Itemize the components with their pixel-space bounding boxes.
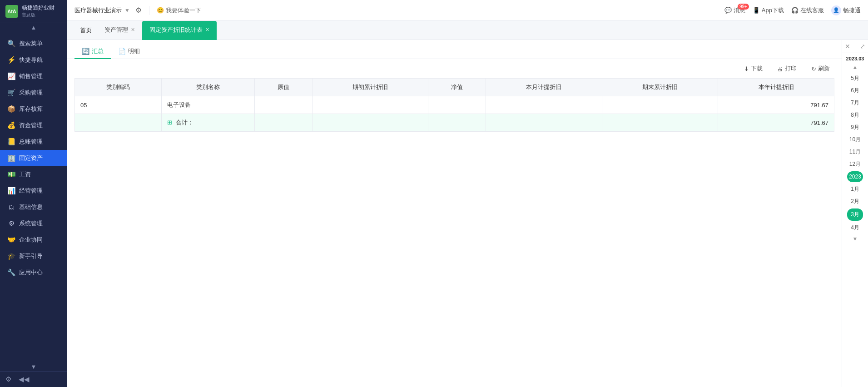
month-item[interactable]: 12月 <box>844 158 866 170</box>
tab-home[interactable]: 首页 <box>74 21 97 40</box>
messages-badge: 99+ <box>738 4 749 10</box>
sidebar-nav: 🔍搜索菜单⚡快捷导航📈销售管理🛒采购管理📦库存核算💰资金管理📒总账管理🏢固定资产… <box>0 32 67 362</box>
user-name: 畅捷通 <box>843 6 861 15</box>
cell-code: 05 <box>75 96 162 114</box>
subtabs: 🔄 汇总 📄 明细 <box>67 40 842 59</box>
sidebar-item-label-base: 基础信息 <box>19 203 43 211</box>
print-button[interactable]: 🖨 打印 <box>773 63 801 74</box>
sidebar-scroll-up[interactable]: ▲ <box>0 23 67 32</box>
system-icon: ⚙ <box>7 219 15 228</box>
month-item[interactable]: 5月 <box>844 72 866 84</box>
sidebar-item-system[interactable]: ⚙系统管理 <box>0 215 67 232</box>
total-initial-accum <box>312 114 428 132</box>
sidebar-item-label-inventory: 库存核算 <box>19 105 43 113</box>
sidebar-item-salary[interactable]: 💵工资 <box>0 166 67 183</box>
month-item[interactable]: 8月 <box>844 109 866 121</box>
year-2023-label[interactable]: 2023 <box>847 171 863 182</box>
sidebar-item-inventory[interactable]: 📦库存核算 <box>0 101 67 117</box>
sidebar-item-base[interactable]: 🗂基础信息 <box>0 199 67 215</box>
subtab-summary-label: 汇总 <box>92 47 104 55</box>
right-panel-close-icon[interactable]: ✕ <box>845 43 850 50</box>
right-panel-expand-icon[interactable]: ⤢ <box>860 43 865 50</box>
download-icon: ⬇ <box>744 65 749 72</box>
cell-initial-accum <box>312 96 428 114</box>
tab-depreciation[interactable]: 固定资产折旧统计表 ✕ <box>142 21 217 40</box>
quicknav-icon: ⚡ <box>7 56 15 64</box>
sidebar-item-purchase[interactable]: 🛒采购管理 <box>0 84 67 101</box>
month-item[interactable]: 11月 <box>844 146 866 158</box>
funds-icon: 💰 <box>7 121 15 129</box>
sidebar-item-quicknav[interactable]: ⚡快捷导航 <box>0 52 67 68</box>
tab-asset-mgmt-close[interactable]: ✕ <box>131 27 135 33</box>
topbar-settings-icon[interactable]: ⚙ <box>135 6 142 15</box>
content-area: 🔄 汇总 📄 明细 ⬇ 下载 🖨 打印 ↻ <box>67 40 868 387</box>
sidebar-item-funds[interactable]: 💰资金管理 <box>0 117 67 134</box>
current-period-label: 2023.03 <box>842 53 868 62</box>
sidebar-header: AtA 畅捷通好业财 普及版 <box>0 0 67 23</box>
sales-icon: 📈 <box>7 72 15 80</box>
month-item[interactable]: 10月 <box>844 134 866 146</box>
total-empty <box>75 114 162 132</box>
download-button[interactable]: ⬇ 下载 <box>739 63 767 74</box>
total-monthly-dep <box>486 114 602 132</box>
col-monthly-dep: 本月计提折旧 <box>486 79 602 96</box>
user-btn[interactable]: 👤 畅捷通 <box>831 5 861 15</box>
subtab-summary[interactable]: 🔄 汇总 <box>74 45 111 59</box>
tab-depreciation-close[interactable]: ✕ <box>205 27 209 33</box>
base-icon: 🗂 <box>7 203 15 211</box>
download-label: 下载 <box>751 64 763 73</box>
col-net: 净值 <box>428 79 486 96</box>
col-initial-accum: 期初累计折旧 <box>312 79 428 96</box>
month-item-3月[interactable]: 3月 <box>847 208 863 221</box>
detail-icon: 📄 <box>118 48 126 55</box>
col-yearly-dep: 本年计提折旧 <box>718 79 834 96</box>
date-scroll-down[interactable]: ▼ <box>851 234 860 244</box>
sidebar-item-sales[interactable]: 📈销售管理 <box>0 68 67 84</box>
app-label: App下载 <box>762 6 784 15</box>
table-wrap: 类别编码 类别名称 原值 期初累计折旧 净值 本月计提折旧 期末累计折旧 本年计… <box>67 78 842 387</box>
col-original: 原值 <box>255 79 312 96</box>
month-item[interactable]: 6月 <box>844 84 866 97</box>
messages-btn[interactable]: 💬 消息 99+ <box>724 6 745 15</box>
sidebar-footer: ⚙ ◀◀ <box>0 371 67 387</box>
sidebar-item-guide[interactable]: 🎓新手引导 <box>0 248 67 264</box>
month-item-2月[interactable]: 2月 <box>844 195 866 208</box>
sidebar-item-apps[interactable]: 🔧应用中心 <box>0 264 67 281</box>
sidebar-item-ops[interactable]: 📊经营管理 <box>0 183 67 199</box>
sidebar-item-search[interactable]: 🔍搜索菜单 <box>0 35 67 52</box>
month-item[interactable]: 9月 <box>844 121 866 134</box>
experience-btn[interactable]: 😊 我要体验一下 <box>157 6 201 15</box>
subtab-detail[interactable]: 📄 明细 <box>111 45 147 59</box>
service-btn[interactable]: 🎧 在线客服 <box>791 6 824 15</box>
messages-icon: 💬 <box>724 7 732 14</box>
month-item[interactable]: 7月 <box>844 97 866 109</box>
sidebar-item-fixed[interactable]: 🏢固定资产 <box>0 150 67 166</box>
settings-icon[interactable]: ⚙ <box>5 375 11 383</box>
sidebar-item-ledger[interactable]: 📒总账管理 <box>0 134 67 150</box>
date-scroll-up[interactable]: ▲ <box>851 62 860 72</box>
app-download-btn[interactable]: 📱 App下载 <box>753 6 784 15</box>
sidebar-item-label-search: 搜索菜单 <box>19 40 43 48</box>
logo-title: 畅捷通好业财 <box>22 5 55 12</box>
sidebar-scroll-down[interactable]: ▼ <box>0 362 67 371</box>
sidebar-item-collab[interactable]: 🤝企业协同 <box>0 232 67 248</box>
search-icon: 🔍 <box>7 40 15 48</box>
refresh-icon: ↻ <box>811 65 816 72</box>
summary-icon: 🔄 <box>82 48 89 55</box>
month-item-4月[interactable]: 4月 <box>844 222 866 234</box>
tab-depreciation-label: 固定资产折旧统计表 <box>149 26 203 34</box>
content-main: 🔄 汇总 📄 明细 ⬇ 下载 🖨 打印 ↻ <box>67 40 842 387</box>
collapse-icon[interactable]: ◀◀ <box>19 375 30 383</box>
sidebar-item-label-ops: 经营管理 <box>19 187 43 195</box>
refresh-button[interactable]: ↻ 刷新 <box>807 63 834 74</box>
tab-asset-mgmt[interactable]: 资产管理 ✕ <box>97 21 142 40</box>
table-total-row: ⊞ 合计： 791.67 <box>75 114 834 132</box>
sidebar-item-label-funds: 资金管理 <box>19 121 43 129</box>
month-item-1月[interactable]: 1月 <box>844 183 866 195</box>
tab-asset-mgmt-label: 资产管理 <box>104 26 128 34</box>
sidebar-item-label-system: 系统管理 <box>19 219 43 228</box>
company-selector[interactable]: 医疗器械行业演示 ▼ <box>74 6 130 15</box>
experience-icon: 😊 <box>157 7 164 14</box>
service-icon: 🎧 <box>791 7 799 14</box>
right-panel-header: ✕ ⤢ <box>842 40 868 53</box>
